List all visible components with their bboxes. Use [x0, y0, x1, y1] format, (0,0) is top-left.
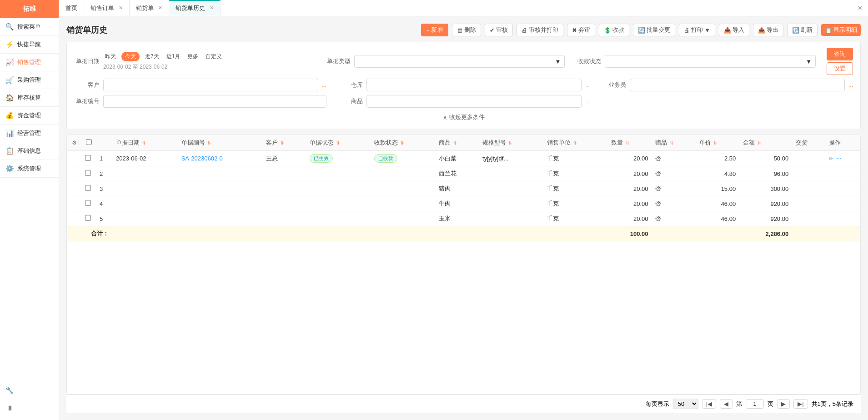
audit-print-button[interactable]: 🖨 审核并打印 [517, 24, 563, 36]
batch-change-button[interactable]: 🔄 批量变更 [633, 24, 675, 36]
col-quantity[interactable]: 数量 ⇅ [607, 135, 652, 151]
col-doc-status[interactable]: 单据状态 ⇅ [306, 135, 371, 151]
doc-no-input[interactable] [103, 95, 326, 108]
row-checkbox[interactable] [85, 185, 91, 191]
col-unit-price[interactable]: 单价 ⇅ [696, 135, 739, 151]
collect-button[interactable]: 💲 收款 [599, 24, 629, 36]
row-checkbox[interactable] [85, 200, 91, 206]
doc-no-link[interactable]: SA-20230602-0 [181, 155, 223, 162]
tab-sales-invoice-close[interactable]: ✕ [158, 5, 162, 11]
setup-button[interactable]: 设置 [827, 62, 853, 75]
tab-home[interactable]: 首页 [59, 0, 84, 16]
doc-type-select[interactable]: ▼ [354, 55, 565, 68]
sys-mgmt-icon: ⚙️ [5, 165, 14, 173]
row-checkbox[interactable] [85, 170, 91, 176]
cell-spec-type [479, 181, 543, 196]
date-tab-today[interactable]: 今天 [121, 52, 140, 61]
sidebar-item-finance-mgmt[interactable]: 💰 资金管理 [0, 107, 59, 125]
sidebar-item-purchase-mgmt[interactable]: 🛒 采购管理 [0, 71, 59, 89]
tab-sales-order-close[interactable]: ✕ [119, 5, 123, 11]
print-button[interactable]: 🖨 打印 ▼ [679, 24, 715, 36]
sidebar-item-search-menu[interactable]: 🔍 搜索菜单 [0, 18, 59, 36]
cell-checkbox [81, 196, 96, 211]
sidebar-item-label: 基础信息 [17, 147, 41, 155]
col-amount[interactable]: 金额 ⇅ [739, 135, 792, 151]
tab-sales-order[interactable]: 销售订单 ✕ [84, 0, 130, 16]
tab-bar-close-all[interactable]: ✕ [852, 5, 868, 11]
col-sales-unit-label: 销售单位 [547, 139, 571, 146]
cell-amount: 920.00 [739, 211, 792, 226]
col-settings[interactable]: ⚙ [67, 135, 81, 151]
sidebar-item-sales-mgmt[interactable]: 📈 销售管理 [0, 54, 59, 71]
tab-sales-history[interactable]: 销货单历史 ✕ [169, 0, 221, 16]
cell-settings [67, 196, 81, 211]
last-page-button[interactable]: ▶| [793, 399, 808, 409]
sidebar-item-quick-nav[interactable]: ⚡ 快捷导航 [0, 36, 59, 54]
cell-transaction [792, 181, 825, 196]
col-checkbox [81, 135, 96, 151]
table-row: 2西兰花千克20.00否4.8096.00 [67, 166, 860, 181]
per-page-select[interactable]: 50 100 200 [673, 399, 698, 409]
action-btn[interactable]: ⋯ [836, 155, 842, 162]
sidebar-item-inventory-calc[interactable]: 🏠 库存核算 [0, 89, 59, 107]
delete-button[interactable]: 🗑 删除 [452, 24, 481, 36]
col-doc-no-label: 单据编号 [181, 139, 205, 146]
col-doc-date[interactable]: 单据日期 ⇅ [112, 135, 178, 151]
show-detail-button[interactable]: 📋 显示明细 [821, 24, 861, 36]
action-btn[interactable]: ✏ [829, 155, 833, 162]
sales-mgmt-icon: 📈 [5, 58, 14, 66]
warehouse-ellipsis[interactable]: ... [585, 82, 590, 88]
cell-doc-no [178, 196, 262, 211]
date-tab-more[interactable]: 更多 [186, 52, 200, 61]
row-checkbox[interactable] [85, 155, 91, 161]
col-goods[interactable]: 商品 ⇅ [435, 135, 479, 151]
salesperson-ellipsis[interactable]: ... [848, 82, 853, 88]
goods-input[interactable] [366, 95, 582, 108]
audit-button[interactable]: ✔ 审核 [485, 24, 513, 36]
sidebar-bottom-pause[interactable]: ⏸ [0, 399, 59, 416]
tab-sales-history-close[interactable]: ✕ [210, 5, 214, 11]
abandon-button[interactable]: ✖ 弃审 [567, 24, 595, 36]
export-button[interactable]: 📤 导出 [753, 24, 783, 36]
col-sales-unit[interactable]: 销售单位 ⇅ [543, 135, 608, 151]
refresh-button[interactable]: 🔃 刷新 [787, 24, 818, 36]
col-customer[interactable]: 客户 ⇅ [262, 135, 306, 151]
next-page-button[interactable]: ▶ [777, 399, 790, 409]
row-checkbox[interactable] [85, 215, 91, 221]
goods-ellipsis[interactable]: ... [585, 98, 590, 105]
import-button[interactable]: 📥 导入 [719, 24, 749, 36]
date-group: 昨天 今天 近7天 近1月 更多 自定义 2023-06-02 至 2023-0… [103, 52, 224, 71]
warehouse-input[interactable] [366, 79, 582, 91]
first-page-button[interactable]: |◀ [702, 399, 716, 409]
payment-status-select[interactable]: ▼ [605, 55, 816, 68]
col-doc-no[interactable]: 单据编号 ⇅ [178, 135, 262, 151]
col-row-num [96, 135, 112, 151]
show-detail-icon: 📋 [825, 27, 832, 34]
customer-input[interactable] [103, 79, 318, 91]
batch-change-icon: 🔄 [638, 27, 645, 34]
page-number-input[interactable]: 1 [746, 399, 764, 409]
date-tab-custom[interactable]: 自定义 [204, 52, 224, 61]
cell-doc-status [306, 196, 371, 211]
cell-checkbox [81, 166, 96, 181]
date-tab-1month[interactable]: 近1月 [165, 52, 182, 61]
sidebar-item-sys-mgmt[interactable]: ⚙️ 系统管理 [0, 160, 59, 178]
sidebar-item-operation-mgmt[interactable]: 📊 经营管理 [0, 125, 59, 142]
tab-sales-invoice[interactable]: 销货单 ✕ [130, 0, 169, 16]
col-gift[interactable]: 赠品 ⇅ [652, 135, 695, 151]
col-spec-type[interactable]: 规格型号 ⇅ [479, 135, 543, 151]
sidebar-item-basic-info[interactable]: 📋 基础信息 [0, 142, 59, 160]
cell-quantity: 20.00 [607, 166, 652, 181]
collapse-filter-button[interactable]: ∧ 收起更多条件 [74, 111, 853, 123]
col-payment-status[interactable]: 收款状态 ⇅ [371, 135, 435, 151]
date-tab-7days[interactable]: 近7天 [143, 52, 161, 61]
prev-page-button[interactable]: ◀ [720, 399, 733, 409]
query-button[interactable]: 查询 [827, 48, 853, 60]
date-tab-yesterday[interactable]: 昨天 [103, 52, 118, 61]
sidebar-bottom-settings[interactable]: 🔧 [0, 382, 59, 399]
customer-ellipsis[interactable]: ... [322, 82, 326, 88]
cell-goods: 猪肉 [435, 181, 479, 196]
new-button[interactable]: + 新增 [421, 24, 449, 36]
salesperson-input[interactable] [630, 79, 845, 91]
select-all-checkbox[interactable] [86, 139, 92, 145]
